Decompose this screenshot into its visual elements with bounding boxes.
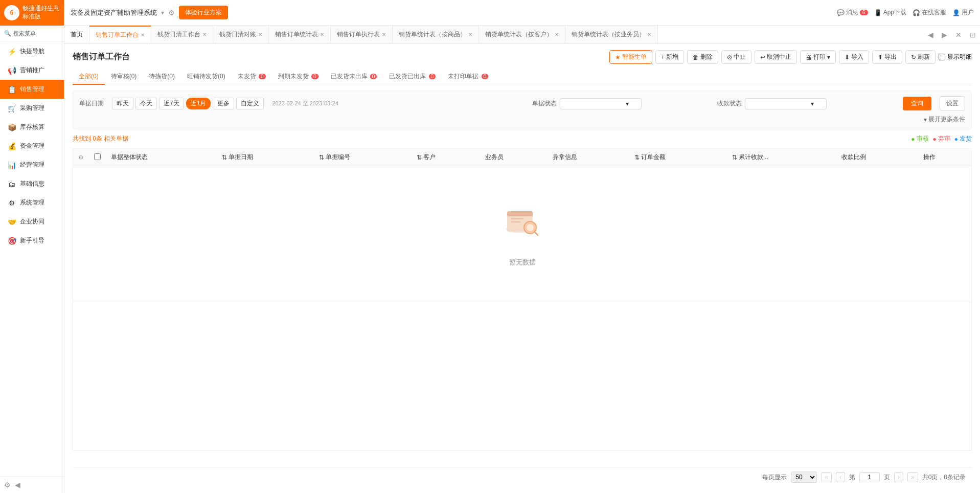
cancel-audit-label: 弃审: [938, 135, 950, 143]
status-filter: 单据状态 ▾: [532, 98, 710, 109]
delete-label: 删除: [700, 53, 713, 61]
refresh-btn[interactable]: ↻ 刷新: [905, 50, 936, 64]
sidebar-item-label: 企业协同: [20, 217, 44, 226]
topbar-dropdown-icon[interactable]: ▾: [161, 9, 164, 16]
tab-close-icon[interactable]: ✕: [141, 32, 145, 38]
tab-home[interactable]: 首页: [64, 26, 89, 43]
sidebar-item-collab[interactable]: 🤝 企业协同: [0, 212, 64, 231]
sidebar-item-basic[interactable]: 🗂 基础信息: [0, 174, 64, 193]
smart-create-btn[interactable]: ★ 智能生单: [609, 50, 652, 64]
tab-sales-summary-product[interactable]: 销货单统计表（按商品） ✕: [393, 26, 479, 43]
user-action[interactable]: 👤 用户: [952, 8, 974, 17]
bottom-scrollbar[interactable]: [73, 456, 972, 462]
online-service-label: 在线客服: [922, 8, 946, 17]
th-customer[interactable]: ⇅ 客户: [412, 149, 480, 166]
sidebar-item-marketing[interactable]: 📢 营销推广: [0, 61, 64, 80]
sidebar-item-sales[interactable]: 📋 销售管理: [0, 80, 64, 99]
th-settings[interactable]: ⚙: [73, 149, 89, 166]
set-btn[interactable]: 设置: [940, 96, 965, 111]
tab-sales-stats[interactable]: 销售订单统计表 ✕: [269, 26, 331, 43]
sidebar-item-inventory[interactable]: 📦 库存核算: [0, 118, 64, 137]
collapse-footer-btn[interactable]: ◀: [15, 481, 20, 489]
sidebar-item-guide[interactable]: 🎯 新手引导: [0, 231, 64, 250]
date-btn-7days[interactable]: 近7天: [159, 98, 184, 109]
tab-close-icon[interactable]: ✕: [258, 32, 262, 37]
tab-close-icon[interactable]: ✕: [382, 32, 386, 37]
tab-cash-reconcile[interactable]: 钱货日清对账 ✕: [213, 26, 269, 43]
tab-close-icon[interactable]: ✕: [468, 32, 472, 37]
expand-btn[interactable]: ▾ 展开更多条件: [924, 115, 965, 124]
subtab-not-printed[interactable]: 未打印单据 0: [442, 69, 494, 85]
page-size-select[interactable]: 10 20 50 100: [791, 472, 817, 483]
tab-sales-summary-staff[interactable]: 销货单统计表（按业务员） ✕: [565, 26, 658, 43]
tab-close-icon[interactable]: ✕: [320, 32, 324, 37]
th-amount[interactable]: ⇅ 订单金额: [629, 149, 727, 166]
stop-btn[interactable]: ⊘ 中止: [721, 50, 751, 64]
tab-scroll-right-btn[interactable]: ▶: [938, 26, 951, 44]
sort-icon: ⇅: [417, 154, 422, 161]
subtab-shipped-out[interactable]: 已发货已出库 0: [383, 69, 442, 85]
show-detail-checkbox[interactable]: [939, 54, 945, 60]
date-btn-yesterday[interactable]: 昨天: [112, 98, 133, 109]
svg-rect-7: [511, 221, 520, 222]
select-all-checkbox[interactable]: [94, 153, 101, 160]
subtab-not-shipped[interactable]: 未发货 0: [232, 69, 272, 85]
export-label: 导出: [884, 53, 897, 61]
tab-close-icon[interactable]: ✕: [647, 32, 651, 37]
subtab-overdue-ship[interactable]: 到期未发货 0: [272, 69, 325, 85]
date-btn-today[interactable]: 今天: [135, 98, 157, 109]
subtab-shipped-not-out[interactable]: 已发货未出库 0: [325, 69, 383, 85]
print-btn[interactable]: 🖨 打印 ▾: [800, 50, 836, 64]
status-select[interactable]: ▾: [560, 98, 642, 109]
tab-cash-daily[interactable]: 钱货日清工作台 ✕: [151, 26, 213, 43]
query-btn[interactable]: 查询: [903, 97, 931, 110]
tab-maximize-btn[interactable]: ⊡: [966, 26, 980, 44]
sidebar-item-quick-nav[interactable]: ⚡ 快捷导航: [0, 42, 64, 61]
cancel-audit-btn[interactable]: ● 弃审: [933, 135, 950, 143]
message-action[interactable]: 💬 消息 6: [837, 8, 868, 17]
tab-close-icon[interactable]: ✕: [202, 32, 207, 37]
app-download-action[interactable]: 📱 App下载: [874, 8, 906, 17]
refresh-label: 刷新: [918, 53, 930, 61]
subtab-all[interactable]: 全部(0): [73, 69, 105, 85]
export-btn[interactable]: ⬆ 导出: [872, 50, 902, 64]
tab-sales-exec[interactable]: 销售订单执行表 ✕: [331, 26, 393, 43]
receipt-select[interactable]: ▾: [745, 98, 827, 109]
first-page-btn[interactable]: «: [821, 472, 832, 482]
sidebar-item-system[interactable]: ⚙ 系统管理: [0, 193, 64, 212]
show-detail-label[interactable]: 显示明细: [939, 53, 972, 61]
date-btn-1month[interactable]: 近1月: [186, 98, 211, 109]
industry-btn[interactable]: 体验行业方案: [179, 6, 228, 19]
tab-close-all-btn[interactable]: ✕: [951, 26, 966, 44]
ship-btn[interactable]: ● 发货: [954, 135, 972, 143]
topbar-gear-icon[interactable]: ⚙: [168, 9, 175, 17]
tab-sales-workbench[interactable]: 销售订单工作台 ✕: [89, 26, 151, 43]
tab-sales-summary-customer[interactable]: 销货单统计表（按客户） ✕: [479, 26, 565, 43]
import-btn[interactable]: ⬇ 导入: [839, 50, 869, 64]
next-page-btn[interactable]: ›: [894, 472, 903, 482]
page-input[interactable]: [859, 472, 880, 482]
online-service-action[interactable]: 🎧 在线客服: [913, 8, 946, 17]
sidebar-item-finance[interactable]: 💰 资金管理: [0, 137, 64, 155]
subtab-pending-inspect[interactable]: 待拣货(0): [143, 69, 181, 85]
th-date[interactable]: ⇅ 单据日期: [217, 149, 314, 166]
subtab-pending-review[interactable]: 待审核(0): [105, 69, 143, 85]
th-collected[interactable]: ⇅ 累计收款...: [727, 149, 836, 166]
date-btn-more[interactable]: 更多: [213, 98, 234, 109]
sidebar-search[interactable]: 🔍 搜索菜单: [0, 26, 64, 42]
tab-scroll-left-btn[interactable]: ◀: [924, 26, 938, 44]
tab-close-icon[interactable]: ✕: [555, 32, 559, 37]
date-btn-custom[interactable]: 自定义: [236, 98, 264, 109]
cancel-stop-btn[interactable]: ↩ 取消中止: [755, 50, 797, 64]
filter-area: 单据日期 昨天 今天 近7天 近1月 更多 自定义 2023-02-24 至 2…: [73, 91, 972, 129]
sidebar-item-operation[interactable]: 📊 经营管理: [0, 155, 64, 174]
prev-page-btn[interactable]: ‹: [836, 472, 845, 482]
sidebar-item-purchase[interactable]: 🛒 采购管理: [0, 99, 64, 118]
settings-footer-btn[interactable]: ⚙: [4, 481, 11, 489]
th-number[interactable]: ⇅ 单据编号: [314, 149, 412, 166]
audit-btn[interactable]: ● 审核: [911, 135, 928, 143]
delete-btn[interactable]: 🗑 删除: [687, 50, 718, 64]
subtab-wangpu-ship[interactable]: 旺铺待发货(0): [181, 69, 232, 85]
last-page-btn[interactable]: »: [907, 472, 918, 482]
new-btn[interactable]: + 新增: [655, 50, 684, 64]
